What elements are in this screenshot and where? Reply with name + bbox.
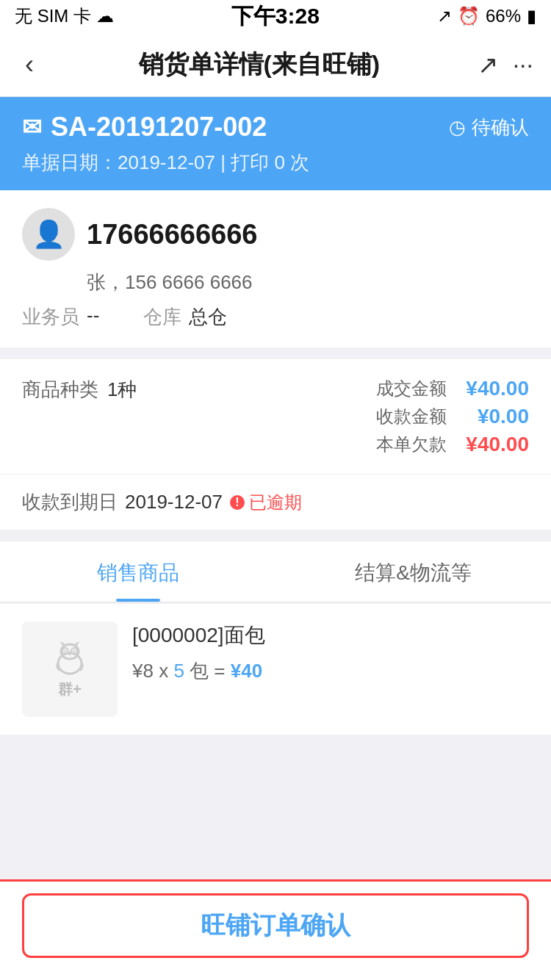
due-label: 收款到期日	[22, 489, 118, 515]
summary-left: 商品种类 1种	[22, 377, 137, 403]
alarm-icon: ⏰	[458, 6, 480, 26]
salesman-value: --	[87, 304, 99, 330]
product-unit: 包	[190, 660, 209, 682]
customer-phone: 17666666666	[87, 219, 257, 251]
tabs-row: 销售商品 结算&物流等	[0, 541, 551, 602]
order-date: 单据日期：2019-12-07 | 打印 0 次	[22, 150, 529, 176]
tab-settlement[interactable]: 结算&物流等	[276, 541, 551, 602]
brand-logo-icon	[48, 640, 92, 677]
amount-row: 成交金额 ¥40.00	[376, 377, 529, 400]
confirm-order-button[interactable]: 旺铺订单确认	[22, 893, 529, 958]
owed-value: ¥40.00	[455, 433, 529, 456]
location-icon: ↗	[437, 6, 452, 26]
status-right: ↗ ⏰ 66% ▮	[437, 6, 536, 26]
tab-sales-goods[interactable]: 销售商品	[0, 541, 276, 602]
customer-section: 👤 17666666666 张，156 6666 6666 业务员 -- 仓库 …	[0, 190, 551, 347]
nav-bar: ‹ 销货单详情(来自旺铺) ↗ ···	[0, 32, 551, 97]
salesman-label: 业务员	[22, 304, 79, 330]
warehouse-meta: 仓库 总仓	[143, 304, 227, 330]
sim-status: 无 SIM 卡 ☁	[15, 4, 114, 28]
svg-point-4	[65, 649, 67, 652]
share-button[interactable]: ↗	[478, 50, 498, 79]
amount-value: ¥40.00	[455, 377, 529, 400]
status-clock-icon: ◷	[449, 116, 466, 139]
order-id-text: SA-20191207-002	[51, 112, 267, 143]
product-price: ¥8	[132, 660, 154, 682]
bottom-spacer	[0, 735, 551, 852]
nav-actions: ↗ ···	[478, 50, 533, 79]
product-section: 群+ [0000002]面包 ¥8 x 5 包 = ¥40	[0, 604, 551, 735]
order-header-top: ✉ SA-20191207-002 ◷ 待确认	[22, 112, 529, 143]
avatar-icon: 👤	[32, 219, 65, 250]
back-button[interactable]: ‹	[18, 42, 41, 87]
status-bar: 无 SIM 卡 ☁ 下午3:28 ↗ ⏰ 66% ▮	[0, 0, 551, 32]
goods-type-row: 商品种类 1种	[22, 377, 137, 403]
page-title: 销货单详情(来自旺铺)	[139, 48, 381, 82]
brand-plus-label: 群+	[58, 680, 82, 699]
summary-right: 成交金额 ¥40.00 收款金额 ¥0.00 本单欠款 ¥40.00	[376, 377, 529, 456]
customer-name: 张，156 6666 6666	[22, 270, 529, 295]
battery: 66%	[486, 6, 521, 26]
owed-row: 本单欠款 ¥40.00	[376, 433, 529, 456]
status-left: 无 SIM 卡 ☁	[15, 4, 114, 28]
received-row: 收款金额 ¥0.00	[376, 405, 529, 428]
product-name: [0000002]面包	[132, 621, 529, 649]
svg-point-5	[73, 649, 76, 652]
order-header: ✉ SA-20191207-002 ◷ 待确认 单据日期：2019-12-07 …	[0, 97, 551, 190]
more-button[interactable]: ···	[513, 50, 533, 79]
summary-section: 商品种类 1种 成交金额 ¥40.00 收款金额 ¥0.00 本单欠款 ¥40.…	[0, 359, 551, 474]
product-thumbnail: 群+	[22, 621, 118, 717]
order-id: ✉ SA-20191207-002	[22, 112, 267, 143]
warehouse-value: 总仓	[189, 304, 227, 330]
product-thumb-inner: 群+	[22, 621, 118, 717]
overdue-badge: ! 已逾期	[230, 491, 302, 514]
owed-label: 本单欠款	[376, 433, 447, 456]
goods-type-label: 商品种类	[22, 377, 98, 403]
goods-type-value: 1种	[107, 377, 137, 403]
salesman-meta: 业务员 --	[22, 304, 99, 330]
status-time: 下午3:28	[231, 1, 320, 32]
product-price-line: ¥8 x 5 包 = ¥40	[132, 658, 529, 684]
received-label: 收款金额	[376, 405, 447, 428]
product-info: [0000002]面包 ¥8 x 5 包 = ¥40	[132, 621, 529, 684]
battery-icon: ▮	[527, 6, 536, 26]
tabs-section: 销售商品 结算&物流等	[0, 541, 551, 602]
order-status: ◷ 待确认	[449, 115, 529, 140]
bottom-action-bar: 旺铺订单确认	[0, 879, 551, 980]
product-qty: 5	[173, 660, 184, 682]
svg-point-1	[61, 644, 79, 659]
overdue-text: 已逾期	[249, 491, 302, 514]
received-value: ¥0.00	[455, 405, 529, 428]
price-multiply: x	[159, 660, 173, 682]
due-date-value: 2019-12-07	[125, 491, 223, 514]
price-equals: =	[214, 660, 230, 682]
overdue-dot-icon: !	[230, 495, 245, 510]
status-text: 待确认	[472, 115, 529, 140]
order-icon: ✉	[22, 113, 42, 141]
customer-meta: 业务员 -- 仓库 总仓	[22, 304, 529, 330]
customer-top: 👤 17666666666	[22, 208, 529, 261]
warehouse-label: 仓库	[143, 304, 181, 330]
amount-label: 成交金额	[376, 377, 447, 400]
summary-grid: 商品种类 1种 成交金额 ¥40.00 收款金额 ¥0.00 本单欠款 ¥40.…	[22, 377, 529, 456]
due-date-section: 收款到期日 2019-12-07 ! 已逾期	[0, 474, 551, 530]
product-total: ¥40	[231, 660, 262, 682]
product-item: 群+ [0000002]面包 ¥8 x 5 包 = ¥40	[22, 621, 529, 717]
svg-marker-8	[68, 653, 71, 656]
avatar: 👤	[22, 208, 75, 261]
